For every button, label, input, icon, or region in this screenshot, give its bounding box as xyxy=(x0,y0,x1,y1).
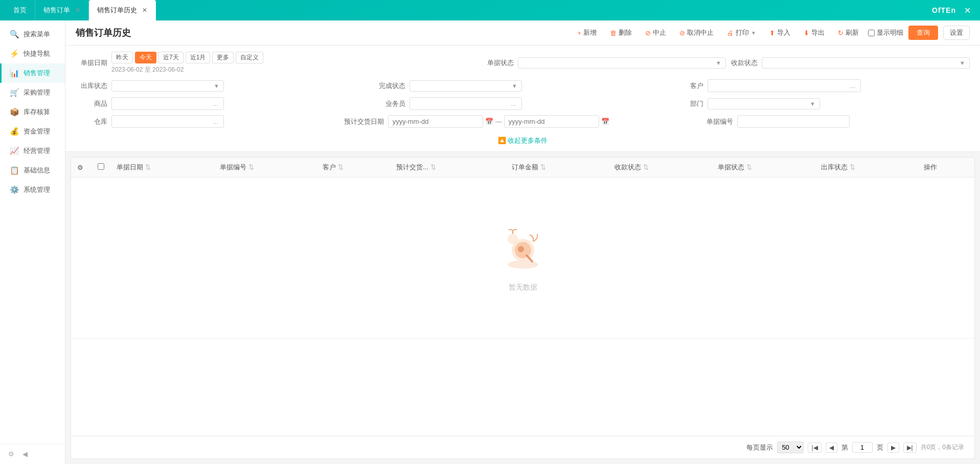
tab-sales-order-history-close[interactable]: ✕ xyxy=(142,7,147,14)
sidebar-item-purchase-mgmt[interactable]: 🛒 采购管理 xyxy=(0,83,65,102)
sidebar-item-finance[interactable]: 💰 资金管理 xyxy=(0,122,65,141)
filter-col-bill-no: 单据编号 xyxy=(701,115,970,128)
tab-sales-order-close[interactable]: ✕ xyxy=(75,7,80,14)
th-checkbox[interactable] xyxy=(92,158,110,178)
tab-home-label: 首页 xyxy=(13,6,27,15)
bill-status-select[interactable]: ▼ xyxy=(518,57,726,69)
calendar-end-icon[interactable]: 📅 xyxy=(601,118,609,125)
th-bill-no-label: 单据编号 xyxy=(220,163,246,171)
table-body: 暂无数据 xyxy=(71,178,974,339)
sidebar-item-system[interactable]: ⚙️ 系统管理 xyxy=(0,180,65,200)
refresh-label: 刷新 xyxy=(846,28,859,37)
department-label: 部门 xyxy=(672,99,708,108)
svg-point-5 xyxy=(508,234,518,244)
suspend-button[interactable]: ⊘ 中止 xyxy=(641,26,670,39)
bill-status-label: 单据状态 xyxy=(482,58,518,68)
filter-row-1: 单据日期 昨天 今天 近7天 近1月 更多 自定义 2023-06-02 至 2… xyxy=(76,52,970,74)
department-select[interactable]: ▼ xyxy=(708,98,820,109)
export-label: 导出 xyxy=(811,28,825,37)
filter-collapse[interactable]: 🔼 收起更多条件 xyxy=(76,133,970,145)
th-customer[interactable]: 客户⇅ xyxy=(316,158,390,178)
display-detail-checkbox[interactable] xyxy=(868,30,875,36)
display-detail-check[interactable]: 显示明细 xyxy=(868,28,903,37)
th-payment-status-label: 收款状态 xyxy=(614,163,641,171)
settings-button[interactable]: 设置 xyxy=(943,26,970,40)
next-page-btn[interactable]: ▶ xyxy=(887,443,899,453)
new-button[interactable]: + 新增 xyxy=(574,26,601,39)
calendar-start-icon[interactable]: 📅 xyxy=(485,118,493,125)
top-bar-close-btn[interactable]: ✕ xyxy=(960,6,975,15)
prev-page-btn[interactable]: ◀ xyxy=(826,443,837,453)
first-page-btn[interactable]: |◀ xyxy=(808,443,821,453)
th-bill-date[interactable]: 单据日期⇅ xyxy=(110,158,214,178)
payment-status-select[interactable]: ▼ xyxy=(762,57,970,69)
print-button[interactable]: 🖨 打印 ▼ xyxy=(723,26,760,39)
cancel-suspend-icon: ⊘ xyxy=(679,29,685,37)
print-arrow: ▼ xyxy=(751,30,756,36)
delivery-date-end[interactable] xyxy=(504,115,599,128)
tab-home[interactable]: 首页 xyxy=(5,0,35,20)
sidebar-item-inventory[interactable]: 📦 库存核算 xyxy=(0,102,65,122)
display-detail-label: 显示明细 xyxy=(877,28,903,37)
sidebar-item-sales-mgmt-label: 销售管理 xyxy=(24,69,50,78)
sidebar-bottom: ⚙ ◀ xyxy=(0,444,65,464)
tab-sales-order-history[interactable]: 销售订单历史 ✕ xyxy=(89,0,156,20)
search-menu-icon: 🔍 xyxy=(10,30,19,39)
export-icon: ⬇ xyxy=(804,29,809,37)
th-settings[interactable]: ⚙ xyxy=(71,158,92,178)
warehouse-dotdot[interactable]: ... xyxy=(211,118,220,125)
date-btn-today[interactable]: 今天 xyxy=(135,52,156,63)
th-order-amount[interactable]: 订单金额⇅ xyxy=(506,158,609,178)
th-out-status[interactable]: 出库状态⇅ xyxy=(815,158,918,178)
export-button[interactable]: ⬇ 导出 xyxy=(800,26,829,39)
delivery-date-start[interactable] xyxy=(388,115,483,128)
last-page-btn[interactable]: ▶| xyxy=(903,443,917,453)
cancel-suspend-button[interactable]: ⊘ 取消中止 xyxy=(675,26,718,39)
delete-button[interactable]: 🗑 删除 xyxy=(606,26,636,39)
goods-label: 商品 xyxy=(76,99,111,108)
sidebar-collapse-icon[interactable]: ◀ xyxy=(22,450,28,458)
date-btn-7days[interactable]: 近7天 xyxy=(158,52,184,63)
out-status-arrow: ▼ xyxy=(214,83,219,89)
th-out-status-label: 出库状态 xyxy=(821,163,848,171)
date-btn-custom[interactable]: 自定义 xyxy=(236,52,263,63)
import-button[interactable]: ⬆ 导入 xyxy=(765,26,794,39)
date-btn-more[interactable]: 更多 xyxy=(212,52,234,63)
tab-sales-order[interactable]: 销售订单 ✕ xyxy=(35,0,89,20)
goods-dotdot[interactable]: ... xyxy=(211,100,220,107)
filter-col-salesperson: 业务员 ... xyxy=(374,97,672,110)
complete-status-select[interactable]: ▼ xyxy=(409,80,522,92)
customer-dotdot[interactable]: ... xyxy=(848,82,857,90)
sidebar-item-search-menu[interactable]: 🔍 搜索菜单 xyxy=(0,25,65,44)
query-button[interactable]: 查询 xyxy=(908,26,938,40)
page-size-select[interactable]: 50 10 20 100 xyxy=(777,441,804,453)
sidebar-item-operations[interactable]: 📈 经营管理 xyxy=(0,141,65,161)
expected-delivery-label: 预计交货日期 xyxy=(344,117,388,126)
th-expected-delivery[interactable]: 预计交货...⇅ xyxy=(390,158,506,178)
th-payment-status[interactable]: 收款状态⇅ xyxy=(608,158,712,178)
select-all-checkbox[interactable] xyxy=(98,163,104,170)
empty-row: 暂无数据 xyxy=(71,178,974,339)
warehouse-label: 仓库 xyxy=(76,117,111,126)
date-buttons: 昨天 今天 近7天 近1月 更多 自定义 xyxy=(111,52,263,63)
sidebar-item-basic-info[interactable]: 📋 基础信息 xyxy=(0,161,65,180)
salesperson-dotdot[interactable]: ... xyxy=(509,100,518,107)
sidebar-item-operations-label: 经营管理 xyxy=(24,146,50,156)
current-page-input[interactable] xyxy=(852,442,873,453)
bill-date-sort: ⇅ xyxy=(145,163,151,171)
date-btn-yesterday[interactable]: 昨天 xyxy=(111,52,133,63)
th-expected-delivery-label: 预计交货... xyxy=(396,163,428,171)
date-btn-1month[interactable]: 近1月 xyxy=(186,52,211,63)
bill-no-input[interactable] xyxy=(737,115,850,128)
sidebar-settings-icon[interactable]: ⚙ xyxy=(8,450,14,458)
date-separator: — xyxy=(495,118,502,125)
out-status-select[interactable]: ▼ xyxy=(111,80,224,92)
sidebar-item-sales-mgmt[interactable]: 📊 销售管理 xyxy=(0,63,65,83)
filter-panel: 单据日期 昨天 今天 近7天 近1月 更多 自定义 2023-06-02 至 2… xyxy=(65,46,980,152)
system-icon: ⚙️ xyxy=(10,185,19,194)
refresh-button[interactable]: ↻ 刷新 xyxy=(834,26,863,39)
sidebar-item-quick-nav[interactable]: ⚡ 快捷导航 xyxy=(0,44,65,63)
th-bill-status[interactable]: 单据状态⇅ xyxy=(712,158,815,178)
filter-col-complete-status: 完成状态 ▼ xyxy=(374,80,672,92)
th-bill-no[interactable]: 单据编号⇅ xyxy=(214,158,317,178)
